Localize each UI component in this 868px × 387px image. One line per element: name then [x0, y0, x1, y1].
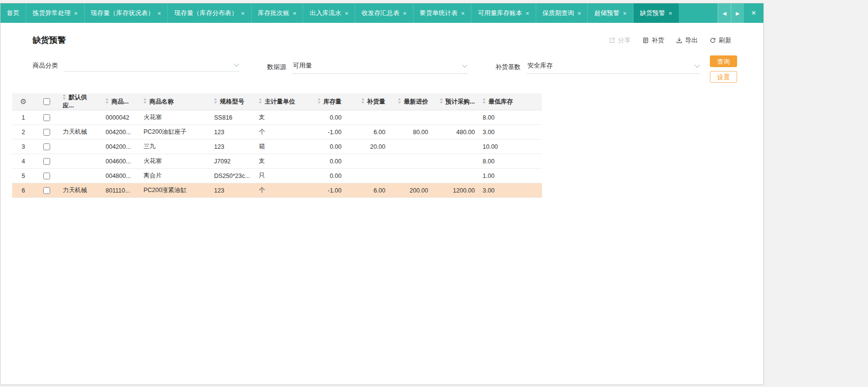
- cell-purchase: [432, 154, 479, 169]
- tab-close-icon[interactable]: ×: [461, 10, 465, 17]
- share-button[interactable]: 分享: [609, 36, 631, 45]
- sort-icon: [259, 98, 262, 104]
- tab-scroll-right-button[interactable]: ▶: [731, 3, 744, 23]
- tab-6[interactable]: 收发存汇总表×: [355, 3, 414, 23]
- tab-close-icon[interactable]: ×: [74, 10, 78, 17]
- tab-close-icon[interactable]: ×: [293, 10, 297, 17]
- cell-replenish: [345, 154, 389, 169]
- refresh-button[interactable]: 刷新: [709, 36, 731, 45]
- tab-8[interactable]: 可用量库存账本×: [471, 3, 536, 23]
- tab-11[interactable]: 缺货预警×: [633, 3, 679, 23]
- table-row[interactable]: 2力天机械004200...PC200油缸座子123个-1.006.0080.0…: [12, 125, 542, 140]
- row-checkbox[interactable]: [43, 114, 50, 121]
- column-header-spec[interactable]: 规格型号: [210, 93, 255, 110]
- cell-min: 3.00: [479, 125, 542, 140]
- row-number-cell: 3: [12, 140, 35, 154]
- column-header-supplier[interactable]: 默认供应...: [59, 93, 102, 110]
- row-checkbox[interactable]: [43, 143, 50, 150]
- column-header-name[interactable]: 商品名称: [140, 93, 210, 110]
- share-icon: [609, 37, 615, 44]
- datasource-select[interactable]: 可用量: [292, 60, 468, 74]
- tab-9[interactable]: 保质期查询×: [536, 3, 588, 23]
- tab-close-icon[interactable]: ×: [344, 10, 348, 17]
- cell-purchase: [432, 140, 479, 154]
- cell-code: 004600...: [102, 154, 140, 169]
- table-row[interactable]: 4004600...火花塞J7092支0.008.00: [12, 154, 542, 169]
- tab-5[interactable]: 出入库流水×: [303, 3, 355, 23]
- cell-stock: -1.00: [303, 125, 345, 140]
- cell-code: 004800...: [102, 169, 140, 183]
- tab-1[interactable]: 拣货异常处理×: [26, 3, 85, 23]
- cell-spec: DS250*23c...: [210, 169, 255, 183]
- settings-button[interactable]: 设置: [710, 71, 737, 83]
- tab-10[interactable]: 超储预警×: [588, 3, 633, 23]
- column-header-min[interactable]: 最低库存: [479, 93, 542, 110]
- table-row[interactable]: 6力天机械801110...PC200涨紧油缸123个-1.006.00200.…: [12, 183, 542, 198]
- tab-close-icon[interactable]: ×: [525, 10, 529, 17]
- column-label: 规格型号: [220, 98, 244, 105]
- cell-spec: 123: [210, 140, 255, 154]
- tab-label: 现存量（库存状况表）: [91, 9, 154, 18]
- refresh-icon: [709, 37, 716, 44]
- gear-icon[interactable]: ⚙: [20, 97, 26, 106]
- cell-min: 1.00: [479, 169, 542, 183]
- tabs-close-button[interactable]: ×: [744, 3, 763, 23]
- clipboard-icon: [642, 37, 649, 44]
- tab-scroll-left-button[interactable]: ◀: [718, 3, 731, 23]
- base-select[interactable]: 安全库存: [526, 60, 701, 74]
- tab-close-icon[interactable]: ×: [158, 10, 162, 17]
- cell-name: 火花塞: [140, 154, 210, 169]
- cell-min: 8.00: [479, 154, 542, 169]
- tab-close-icon[interactable]: ×: [241, 10, 245, 17]
- column-label: 商品名称: [149, 98, 174, 105]
- column-header-price[interactable]: 最新进价: [389, 93, 432, 110]
- select-all-checkbox[interactable]: [43, 98, 50, 105]
- tab-4[interactable]: 库存批次账×: [252, 3, 304, 23]
- tab-0[interactable]: 首页: [0, 3, 26, 23]
- row-checkbox[interactable]: [43, 129, 50, 136]
- column-label: 库存量: [324, 98, 342, 105]
- cell-name: 离合片: [140, 169, 210, 183]
- tab-strip-spacer: [679, 3, 718, 23]
- cell-name: 火花塞: [140, 110, 210, 125]
- column-settings-header[interactable]: ⚙: [12, 93, 35, 110]
- tab-3[interactable]: 现存量（库存分布表）×: [168, 3, 252, 23]
- replenish-button[interactable]: 补货: [642, 36, 664, 45]
- cell-spec: 123: [210, 183, 255, 198]
- category-select[interactable]: [64, 60, 240, 71]
- app-window: 首页拣货异常处理×现存量（库存状况表）×现存量（库存分布表）×库存批次账×出入库…: [0, 3, 764, 385]
- cell-price: [389, 154, 432, 169]
- row-checkbox[interactable]: [43, 173, 50, 179]
- export-button[interactable]: 导出: [676, 36, 698, 45]
- column-header-code[interactable]: 商品...: [102, 93, 140, 110]
- tab-close-icon[interactable]: ×: [578, 10, 581, 17]
- cell-supplier: [59, 140, 102, 154]
- cell-replenish: 6.00: [345, 183, 389, 198]
- row-checkbox[interactable]: [43, 158, 50, 165]
- select-all-header: [35, 93, 59, 110]
- column-header-unit[interactable]: 主计量单位: [255, 93, 303, 110]
- column-header-stock[interactable]: 库存量: [303, 93, 345, 110]
- table-row[interactable]: 5004800...离合片DS250*23c...只0.001.00: [12, 169, 542, 183]
- cell-replenish: [345, 110, 389, 125]
- cell-name: PC200油缸座子: [140, 125, 210, 140]
- tab-close-icon[interactable]: ×: [669, 10, 672, 17]
- tab-close-icon[interactable]: ×: [623, 10, 627, 17]
- row-checkbox[interactable]: [43, 187, 50, 194]
- row-checkbox-cell: [35, 169, 59, 183]
- tab-close-icon[interactable]: ×: [403, 10, 407, 17]
- tab-label: 要货单统计表: [420, 9, 458, 18]
- column-header-replenish[interactable]: 补货量: [345, 93, 389, 110]
- table-row[interactable]: 3004200...三九123箱0.0020.0010.00: [12, 140, 542, 154]
- query-button[interactable]: 查询: [710, 55, 737, 67]
- cell-purchase: 480.00: [432, 125, 479, 140]
- tab-label: 缺货预警: [640, 9, 665, 18]
- tab-label: 库存批次账: [258, 9, 289, 18]
- refresh-label: 刷新: [719, 36, 731, 45]
- column-header-purchase[interactable]: 预计采购...: [432, 93, 479, 110]
- table-row[interactable]: 10000042火花塞SS816支0.008.00: [12, 110, 542, 125]
- tab-7[interactable]: 要货单统计表×: [414, 3, 472, 23]
- cell-price: 200.00: [389, 183, 432, 198]
- cell-unit: 只: [255, 169, 303, 183]
- tab-2[interactable]: 现存量（库存状况表）×: [85, 3, 168, 23]
